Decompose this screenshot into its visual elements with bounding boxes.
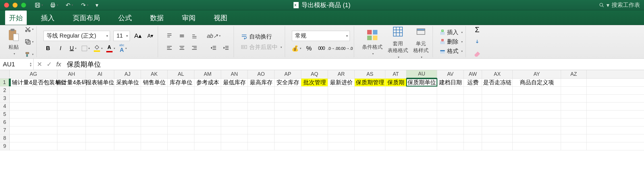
cell[interactable] bbox=[57, 95, 86, 102]
cell[interactable] bbox=[406, 103, 437, 110]
cell[interactable] bbox=[194, 110, 221, 118]
undo-button[interactable]: ↶ bbox=[65, 1, 74, 10]
cell[interactable] bbox=[10, 110, 57, 118]
column-header-AL[interactable]: AL bbox=[168, 70, 194, 78]
cell[interactable] bbox=[168, 87, 194, 94]
cell[interactable] bbox=[275, 110, 301, 118]
cell[interactable] bbox=[561, 87, 587, 94]
cell[interactable] bbox=[355, 110, 385, 118]
cell[interactable] bbox=[482, 103, 513, 110]
tab-公式[interactable]: 公式 bbox=[114, 11, 136, 25]
cell[interactable] bbox=[168, 95, 194, 102]
cell[interactable] bbox=[328, 134, 355, 142]
cell[interactable] bbox=[248, 95, 275, 102]
cell[interactable] bbox=[561, 118, 587, 126]
cell[interactable] bbox=[221, 118, 248, 126]
cell[interactable] bbox=[275, 134, 301, 142]
cell[interactable] bbox=[194, 142, 221, 150]
cell[interactable] bbox=[248, 118, 275, 126]
autosum-button[interactable]: Σ bbox=[473, 25, 482, 34]
cell[interactable] bbox=[355, 126, 385, 134]
cell[interactable] bbox=[221, 87, 248, 94]
cell[interactable] bbox=[328, 126, 355, 134]
fill-button[interactable] bbox=[473, 37, 482, 46]
row-header[interactable]: 7 bbox=[0, 126, 10, 134]
cell[interactable] bbox=[437, 110, 464, 118]
cut-button[interactable] bbox=[24, 25, 34, 34]
insert-cells-button[interactable]: 插入 bbox=[440, 28, 463, 36]
column-header-AV[interactable]: AV bbox=[437, 70, 464, 78]
cell[interactable]: 最低库存 bbox=[221, 79, 248, 86]
cell[interactable] bbox=[328, 87, 355, 94]
format-cells-button[interactable]: 格式 bbox=[440, 47, 463, 55]
align-center-button[interactable] bbox=[177, 43, 186, 52]
cell[interactable] bbox=[385, 95, 406, 102]
redo-button[interactable]: ↷ bbox=[80, 1, 89, 10]
increase-indent-button[interactable] bbox=[222, 43, 231, 52]
cell[interactable] bbox=[57, 110, 86, 118]
cell[interactable] bbox=[437, 103, 464, 110]
column-header-AU[interactable]: AU bbox=[406, 70, 437, 79]
format-painter-button[interactable] bbox=[24, 50, 34, 59]
cell[interactable]: 采购单位 bbox=[114, 79, 141, 86]
tab-审阅[interactable]: 审阅 bbox=[178, 11, 200, 25]
name-box-stepper[interactable]: ▲▼ bbox=[29, 62, 32, 67]
cell[interactable] bbox=[194, 126, 221, 134]
border-button[interactable] bbox=[81, 44, 90, 53]
cell[interactable] bbox=[301, 110, 328, 118]
decrease-indent-button[interactable] bbox=[209, 43, 218, 52]
delete-cells-button[interactable]: 删除 bbox=[440, 38, 463, 46]
cell[interactable] bbox=[406, 95, 437, 102]
cell[interactable] bbox=[464, 126, 482, 134]
cell[interactable] bbox=[464, 118, 482, 126]
column-header-AR[interactable]: AR bbox=[328, 70, 355, 78]
column-header-AO[interactable]: AO bbox=[248, 70, 275, 78]
cell[interactable] bbox=[168, 126, 194, 134]
cell[interactable] bbox=[513, 118, 561, 126]
cell[interactable]: 运费 bbox=[464, 79, 482, 86]
cell[interactable] bbox=[406, 110, 437, 118]
align-left-button[interactable] bbox=[165, 43, 174, 52]
cell[interactable] bbox=[513, 103, 561, 110]
cell[interactable] bbox=[10, 87, 57, 94]
cell[interactable] bbox=[437, 126, 464, 134]
cell[interactable] bbox=[114, 134, 141, 142]
cell[interactable] bbox=[275, 142, 301, 150]
cell[interactable] bbox=[86, 95, 114, 102]
cell[interactable] bbox=[561, 134, 587, 142]
cell[interactable]: 商品自定义项 bbox=[513, 79, 561, 86]
bold-button[interactable]: B bbox=[43, 44, 53, 53]
cell[interactable] bbox=[355, 87, 385, 94]
tab-页面布局[interactable]: 页面布局 bbox=[69, 11, 104, 25]
cell[interactable] bbox=[406, 126, 437, 134]
cell[interactable] bbox=[561, 103, 587, 110]
format-as-table-button[interactable]: 套用 表格格式 bbox=[387, 24, 409, 59]
cell[interactable] bbox=[301, 103, 328, 110]
cell[interactable] bbox=[464, 95, 482, 102]
maximize-icon[interactable] bbox=[21, 3, 26, 8]
tab-开始[interactable]: 开始 bbox=[5, 11, 27, 25]
cell[interactable] bbox=[406, 87, 437, 94]
cell[interactable] bbox=[355, 95, 385, 102]
font-color-button[interactable]: A bbox=[106, 44, 115, 53]
cell[interactable] bbox=[10, 95, 57, 102]
cell[interactable] bbox=[385, 134, 406, 142]
cell[interactable] bbox=[114, 103, 141, 110]
cell[interactable] bbox=[248, 87, 275, 94]
cell[interactable] bbox=[168, 142, 194, 150]
column-header-AS[interactable]: AS bbox=[355, 70, 385, 78]
cell[interactable] bbox=[86, 142, 114, 150]
cell[interactable]: 建档日期 bbox=[437, 79, 464, 86]
cell[interactable] bbox=[248, 110, 275, 118]
cell[interactable] bbox=[221, 142, 248, 150]
column-header-AW[interactable]: AW bbox=[464, 70, 482, 78]
merge-center-button[interactable]: 合并后居中 bbox=[241, 43, 282, 51]
cell[interactable] bbox=[168, 134, 194, 142]
cell[interactable] bbox=[275, 87, 301, 94]
row-header[interactable]: 5 bbox=[0, 110, 10, 118]
cell[interactable] bbox=[406, 134, 437, 142]
cell[interactable]: 最新进价 bbox=[328, 79, 355, 86]
cell[interactable] bbox=[221, 134, 248, 142]
cell[interactable] bbox=[437, 118, 464, 126]
cell[interactable] bbox=[10, 103, 57, 110]
